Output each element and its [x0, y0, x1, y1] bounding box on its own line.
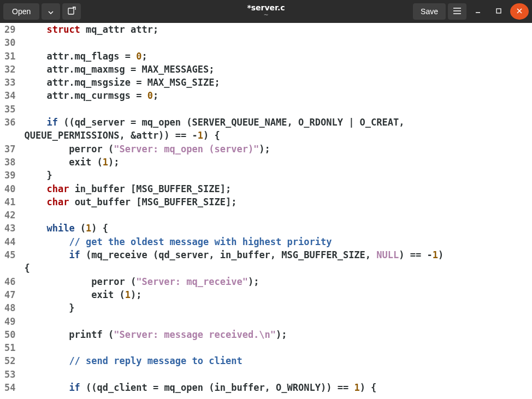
close-icon	[516, 8, 523, 16]
code-line[interactable]: char out_buffer [MSG_BUFFER_SIZE];	[21, 195, 532, 209]
minimize-icon	[475, 8, 481, 16]
titlebar: Open *server.c ~ Save	[0, 0, 532, 23]
save-button[interactable]: Save	[413, 3, 446, 20]
line-number: 36	[4, 116, 15, 129]
code-line[interactable]	[21, 341, 532, 354]
code-line[interactable]: attr.mq_maxmsg = MAX_MESSAGES;	[21, 63, 532, 76]
line-number: 53	[4, 368, 15, 381]
code-line[interactable]	[21, 368, 532, 381]
line-number: 46	[4, 275, 15, 288]
code-line[interactable]: perror ("Server: mq_open (server)");	[21, 142, 532, 156]
code-line[interactable]	[21, 315, 532, 328]
code-line[interactable]: exit (1);	[21, 288, 532, 301]
line-number: 45	[4, 248, 15, 261]
maximize-button[interactable]	[489, 3, 508, 20]
line-number: 40	[4, 182, 15, 195]
line-number: 51	[4, 341, 15, 354]
line-number: 30	[4, 36, 15, 49]
code-line[interactable]: printf ("Server: message received.\n");	[21, 328, 532, 341]
line-number: 32	[4, 63, 15, 76]
line-number: 35	[4, 103, 15, 116]
line-number: 50	[4, 328, 15, 341]
code-line[interactable]: while (1) {	[21, 222, 532, 235]
code-line[interactable]	[21, 103, 532, 116]
code-line[interactable]: QUEUE_PERMISSIONS, &attr)) == -1) {	[21, 129, 532, 142]
open-button[interactable]: Open	[3, 3, 39, 20]
line-number: 42	[4, 209, 15, 222]
line-number	[4, 129, 15, 142]
code-line[interactable]: if ((qd_client = mq_open (in_buffer, O_W…	[21, 381, 532, 394]
code-line[interactable]: attr.mq_flags = 0;	[21, 50, 532, 63]
line-number-gutter: 2930313233343536373839404142434445464748…	[0, 23, 21, 399]
line-number: 49	[4, 315, 15, 328]
new-tab-icon	[67, 7, 76, 17]
code-line[interactable]	[21, 209, 532, 222]
line-number: 41	[4, 195, 15, 209]
line-number: 43	[4, 222, 15, 235]
line-number: 31	[4, 50, 15, 63]
close-button[interactable]	[510, 3, 529, 20]
minimize-button[interactable]	[469, 3, 487, 20]
line-number: 29	[4, 23, 15, 36]
svg-rect-0	[68, 8, 74, 14]
code-line[interactable]: attr.mq_msgsize = MAX_MSG_SIZE;	[21, 76, 532, 89]
line-number: 37	[4, 142, 15, 156]
code-line[interactable]: {	[21, 261, 532, 275]
code-line[interactable]: }	[21, 169, 532, 182]
line-number: 34	[4, 89, 15, 102]
code-line[interactable]: if (mq_receive (qd_server, in_buffer, MS…	[21, 248, 532, 261]
code-line[interactable]: exit (1);	[21, 156, 532, 169]
hamburger-menu-button[interactable]	[448, 3, 466, 20]
maximize-icon	[495, 8, 502, 16]
line-number: 48	[4, 301, 15, 314]
code-line[interactable]: // get the oldest message with highest p…	[21, 235, 532, 248]
editor-area[interactable]: 2930313233343536373839404142434445464748…	[0, 23, 532, 399]
line-number: 38	[4, 156, 15, 169]
code-line[interactable]: struct mq_attr attr;	[21, 23, 532, 36]
code-line[interactable]: attr.mq_curmsgs = 0;	[21, 89, 532, 102]
line-number: 47	[4, 288, 15, 301]
chevron-down-icon	[48, 7, 54, 16]
open-dropdown-button[interactable]	[42, 3, 60, 20]
line-number: 52	[4, 354, 15, 367]
code-content[interactable]: struct mq_attr attr; attr.mq_flags = 0; …	[21, 23, 532, 399]
code-line[interactable]: char in_buffer [MSG_BUFFER_SIZE];	[21, 182, 532, 195]
line-number: 44	[4, 235, 15, 248]
code-line[interactable]	[21, 36, 532, 49]
new-tab-button[interactable]	[62, 3, 81, 20]
line-number: 39	[4, 169, 15, 182]
code-line[interactable]: if ((qd_server = mq_open (SERVER_QUEUE_N…	[21, 116, 532, 129]
line-number: 54	[4, 381, 15, 394]
filename-label: *server.c	[247, 4, 285, 12]
line-number	[4, 261, 15, 275]
path-label: ~	[263, 13, 268, 19]
svg-rect-1	[496, 9, 501, 13]
code-line[interactable]: perror ("Server: mq_receive");	[21, 275, 532, 288]
code-line[interactable]: // send reply message to client	[21, 354, 532, 367]
line-number: 33	[4, 76, 15, 89]
menu-icon	[453, 7, 462, 16]
window-title: *server.c ~	[247, 4, 285, 19]
code-line[interactable]: }	[21, 301, 532, 314]
